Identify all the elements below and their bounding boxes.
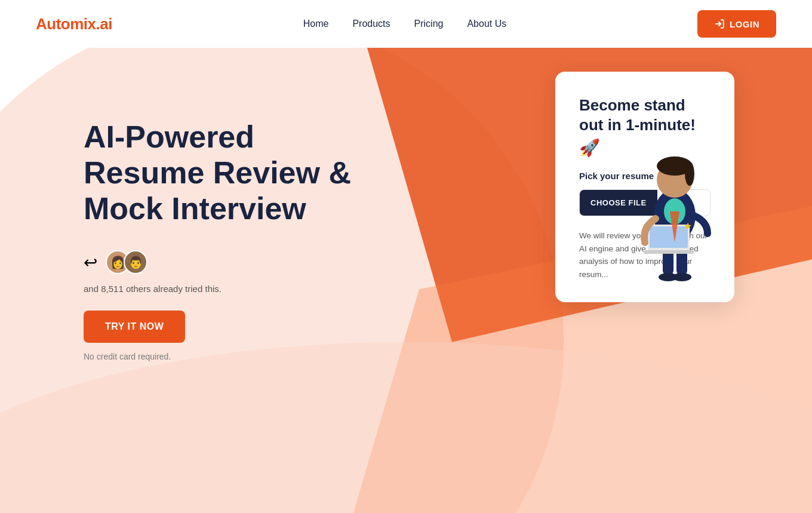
svg-point-11 bbox=[672, 273, 691, 281]
avatar-group: 👩 👨 bbox=[106, 250, 147, 274]
person-illustration: ★ bbox=[597, 123, 716, 302]
login-icon bbox=[714, 19, 725, 29]
nav-links: Home Products Pricing About Us bbox=[303, 19, 507, 29]
login-button[interactable]: LOGIN bbox=[697, 10, 776, 38]
avatar-2: 👨 bbox=[124, 250, 147, 274]
nav-pricing[interactable]: Pricing bbox=[414, 19, 444, 29]
hero-left: AI-Powered Resume Review & Mock Intervie… bbox=[0, 48, 358, 362]
logo[interactable]: Automix.ai bbox=[36, 15, 112, 33]
navbar: Automix.ai Home Products Pricing About U… bbox=[0, 0, 812, 48]
squiggle-icon: ↩ bbox=[84, 253, 97, 272]
nav-products[interactable]: Products bbox=[352, 19, 390, 29]
social-proof: and 8,511 others already tried this. bbox=[84, 284, 358, 294]
logo-text: Automix.ai bbox=[36, 15, 112, 33]
avatars-row: ↩ 👩 👨 bbox=[84, 250, 358, 274]
try-it-now-button[interactable]: TRY IT NOW bbox=[84, 311, 185, 343]
nav-home[interactable]: Home bbox=[303, 19, 329, 29]
svg-text:★: ★ bbox=[684, 221, 692, 231]
login-label: LOGIN bbox=[730, 19, 759, 29]
logo-o: o bbox=[61, 15, 70, 33]
svg-rect-13 bbox=[650, 226, 688, 248]
nav-about[interactable]: About Us bbox=[467, 19, 506, 29]
no-credit-text: No credit card required. bbox=[84, 352, 171, 361]
card-wrapper: Become stand out in 1-minute! 🚀 Pick you… bbox=[555, 72, 734, 302]
hero-title: AI-Powered Resume Review & Mock Intervie… bbox=[84, 119, 358, 226]
svg-point-7 bbox=[685, 162, 694, 186]
svg-rect-14 bbox=[644, 250, 694, 254]
